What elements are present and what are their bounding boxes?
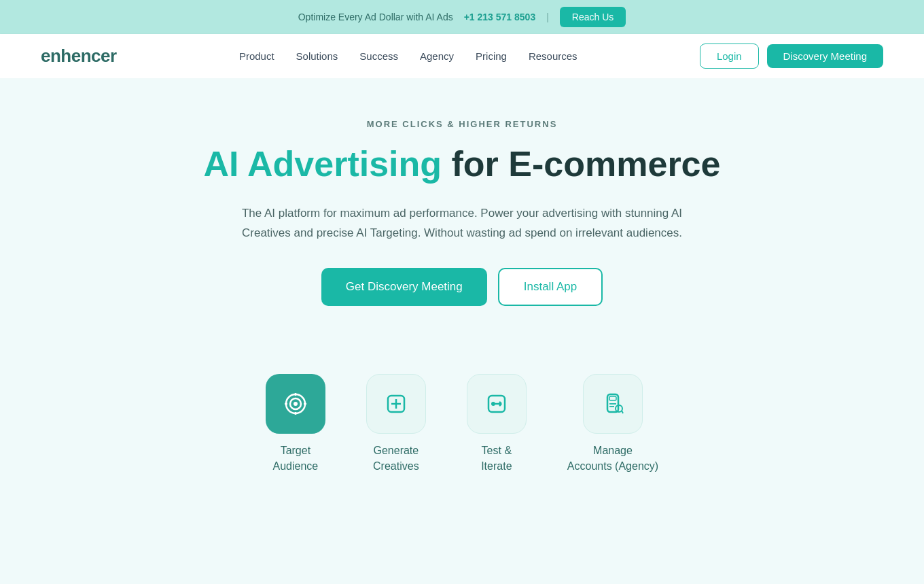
get-discovery-button[interactable]: Get Discovery Meeting xyxy=(321,268,487,306)
feature-target[interactable]: TargetAudience xyxy=(266,374,325,474)
target-icon xyxy=(282,390,309,417)
install-app-button[interactable]: Install App xyxy=(498,268,603,306)
nav-link-resources[interactable]: Resources xyxy=(529,50,578,62)
page-background xyxy=(0,501,924,584)
hero-tag: MORE CLICKS & HIGHER RETURNS xyxy=(14,119,910,129)
logo-text: enhencer xyxy=(41,46,117,66)
reach-us-button[interactable]: Reach Us xyxy=(560,7,626,27)
nav-item-pricing[interactable]: Pricing xyxy=(476,50,507,63)
manage-icon-wrap xyxy=(583,374,643,434)
svg-rect-16 xyxy=(609,396,616,400)
nav-item-solutions[interactable]: Solutions xyxy=(296,50,338,63)
feature-generate[interactable]: GenerateCreatives xyxy=(366,374,426,474)
hero-subtitle: The AI platform for maximum ad performan… xyxy=(217,204,707,243)
manage-label: ManageAccounts (Agency) xyxy=(567,443,658,474)
top-banner: Optimize Every Ad Dollar with AI Ads +1 … xyxy=(0,0,924,34)
generate-icon xyxy=(383,390,410,417)
hero-section: MORE CLICKS & HIGHER RETURNS AI Advertis… xyxy=(0,78,924,374)
nav-item-product[interactable]: Product xyxy=(239,50,274,63)
hero-title-highlight: AI Advertising xyxy=(204,144,442,184)
generate-label: GenerateCreatives xyxy=(373,443,419,474)
hero-title: AI Advertising for E-commerce xyxy=(14,143,910,185)
target-label: TargetAudience xyxy=(273,443,319,474)
nav-actions: Login Discovery Meeting xyxy=(700,44,883,69)
feature-test[interactable]: Test &Iterate xyxy=(467,374,527,474)
nav-links: Product Solutions Success Agency Pricing… xyxy=(239,50,578,63)
nav-link-agency[interactable]: Agency xyxy=(420,50,454,62)
generate-icon-wrap xyxy=(366,374,426,434)
banner-divider: | xyxy=(546,12,549,22)
test-label: Test &Iterate xyxy=(481,443,512,474)
nav-item-resources[interactable]: Resources xyxy=(529,50,578,63)
svg-point-2 xyxy=(294,402,298,406)
nav-link-success[interactable]: Success xyxy=(359,50,398,62)
test-icon-wrap xyxy=(467,374,527,434)
nav-link-solutions[interactable]: Solutions xyxy=(296,50,338,62)
feature-manage[interactable]: ManageAccounts (Agency) xyxy=(567,374,658,474)
nav-link-pricing[interactable]: Pricing xyxy=(476,50,507,62)
hero-title-rest: for E-commerce xyxy=(442,144,720,184)
features-row: TargetAudience GenerateCreatives Test &I… xyxy=(0,374,924,501)
nav-item-success[interactable]: Success xyxy=(359,50,398,63)
login-button[interactable]: Login xyxy=(700,44,759,69)
banner-text: Optimize Every Ad Dollar with AI Ads xyxy=(298,12,453,22)
nav-discovery-button[interactable]: Discovery Meeting xyxy=(767,44,883,68)
manage-icon xyxy=(599,390,626,417)
hero-buttons: Get Discovery Meeting Install App xyxy=(14,268,910,306)
svg-point-11 xyxy=(491,402,495,406)
target-icon-wrap xyxy=(266,374,325,434)
test-icon xyxy=(483,390,510,417)
nav-item-agency[interactable]: Agency xyxy=(420,50,454,63)
banner-phone: +1 213 571 8503 xyxy=(464,12,536,22)
navigation: enhencer Product Solutions Success Agenc… xyxy=(0,34,924,78)
logo: enhencer xyxy=(41,46,117,67)
nav-link-product[interactable]: Product xyxy=(239,50,274,62)
